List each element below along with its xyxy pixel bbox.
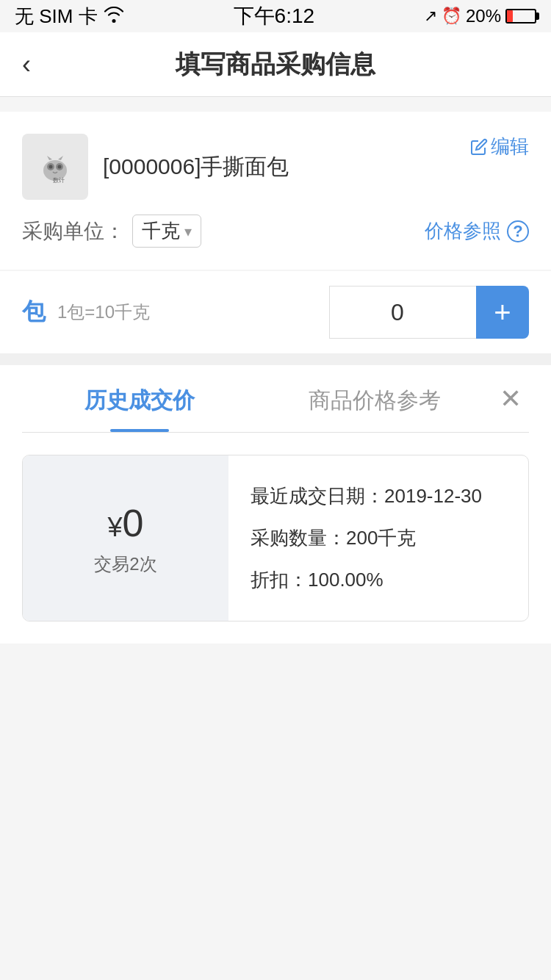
unit-selector: 采购单位： 千克 ▾ bbox=[22, 215, 201, 248]
price-ref-label: 价格参照 bbox=[425, 218, 501, 244]
purchase-qty: 采购数量：200千克 bbox=[251, 524, 506, 552]
price-reference-button[interactable]: 价格参照 ? bbox=[425, 218, 529, 244]
tab-reference-price[interactable]: 商品价格参考 bbox=[257, 365, 492, 432]
status-carrier: 无 SIM 卡 bbox=[15, 4, 124, 29]
help-circle-icon: ? bbox=[507, 220, 529, 242]
quantity-input[interactable] bbox=[329, 286, 476, 339]
discount: 折扣：100.00% bbox=[251, 566, 506, 594]
price-panel: 历史成交价 商品价格参考 ✕ ¥0 交易2次 最近成交日期：2019-12-30… bbox=[0, 365, 551, 644]
unit-value: 千克 bbox=[142, 218, 180, 244]
price-card-right: 最近成交日期：2019-12-30 采购数量：200千克 折扣：100.00% bbox=[228, 455, 528, 621]
conversion-rate: 1包=10千克 bbox=[57, 300, 150, 324]
status-indicators: ↗ ⏰ 20% bbox=[424, 6, 536, 26]
section-divider bbox=[0, 353, 551, 365]
product-header: 数计 [0000006]手撕面包 编辑 bbox=[22, 134, 529, 200]
nav-bar: ‹ 填写商品采购信息 bbox=[0, 32, 551, 97]
quantity-row: 包 1包=10千克 + bbox=[0, 271, 551, 353]
price-display: ¥0 bbox=[108, 501, 144, 545]
location-icon: ↗ bbox=[424, 7, 437, 26]
quantity-unit-info: 包 1包=10千克 bbox=[22, 296, 150, 328]
battery-icon bbox=[505, 9, 536, 24]
price-card: ¥0 交易2次 最近成交日期：2019-12-30 采购数量：200千克 折扣：… bbox=[22, 455, 529, 621]
svg-text:数计: 数计 bbox=[53, 177, 65, 184]
status-time: 下午6:12 bbox=[234, 2, 315, 30]
product-thumbnail: 数计 bbox=[22, 134, 88, 200]
price-tabs: 历史成交价 商品价格参考 ✕ bbox=[22, 365, 529, 433]
unit-dropdown[interactable]: 千克 ▾ bbox=[132, 215, 201, 248]
quantity-input-group: + bbox=[329, 286, 529, 339]
edit-button[interactable]: 编辑 bbox=[470, 134, 529, 159]
product-left: 数计 [0000006]手撕面包 bbox=[22, 134, 289, 200]
svg-point-3 bbox=[49, 165, 53, 169]
product-name: [0000006]手撕面包 bbox=[103, 152, 289, 182]
recent-date: 最近成交日期：2019-12-30 bbox=[251, 482, 506, 511]
status-bar: 无 SIM 卡 下午6:12 ↗ ⏰ 20% bbox=[0, 0, 551, 32]
price-content: ¥0 交易2次 最近成交日期：2019-12-30 采购数量：200千克 折扣：… bbox=[22, 433, 529, 644]
back-button[interactable]: ‹ bbox=[22, 49, 31, 80]
alarm-icon: ⏰ bbox=[442, 7, 461, 26]
currency-symbol: ¥ bbox=[108, 512, 123, 542]
edit-label: 编辑 bbox=[491, 134, 529, 159]
package-unit-label: 包 bbox=[22, 296, 46, 328]
svg-point-4 bbox=[58, 165, 62, 169]
close-panel-button[interactable]: ✕ bbox=[492, 369, 529, 429]
dropdown-arrow-icon: ▾ bbox=[184, 223, 192, 240]
price-value: 0 bbox=[123, 502, 144, 544]
tab-history-price[interactable]: 历史成交价 bbox=[22, 365, 257, 432]
unit-label: 采购单位： bbox=[22, 217, 125, 245]
wifi-icon bbox=[104, 5, 124, 28]
price-card-left: ¥0 交易2次 bbox=[23, 455, 228, 621]
product-card: 数计 [0000006]手撕面包 编辑 采购单位： 千克 ▾ 价格参照 ? bbox=[0, 112, 551, 270]
main-content-area bbox=[0, 644, 551, 980]
product-unit-row: 采购单位： 千克 ▾ 价格参照 ? bbox=[22, 215, 529, 248]
quantity-plus-button[interactable]: + bbox=[476, 286, 529, 339]
trade-count: 交易2次 bbox=[94, 552, 156, 576]
page-title: 填写商品采购信息 bbox=[176, 48, 375, 82]
battery-percent: 20% bbox=[466, 6, 501, 26]
